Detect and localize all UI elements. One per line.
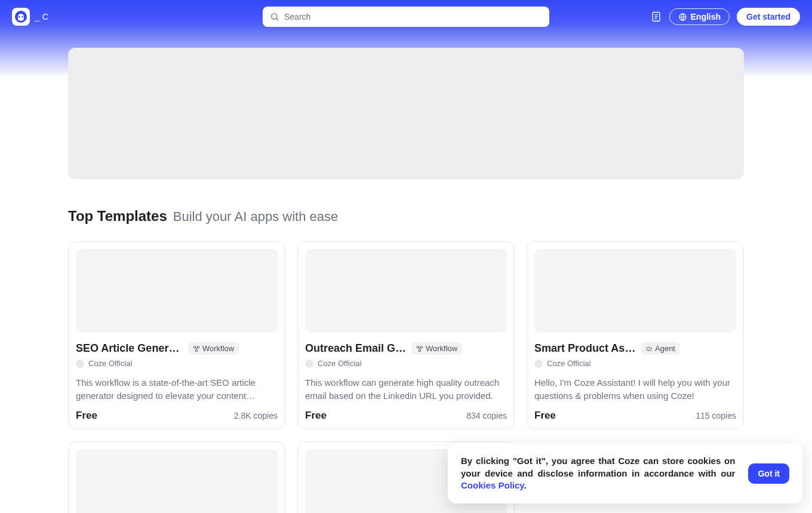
- card-tag-workflow: Workflow: [411, 342, 462, 355]
- search-icon: [270, 12, 279, 21]
- card-author-row: Coze Official: [305, 359, 507, 368]
- svg-rect-21: [647, 347, 651, 351]
- svg-rect-12: [198, 346, 199, 348]
- copies-word: copies: [483, 411, 507, 420]
- author-name: Coze Official: [88, 359, 132, 368]
- cookies-policy-link[interactable]: Cookies Policy: [461, 480, 524, 490]
- author-avatar: [534, 360, 543, 368]
- tag-label: Agent: [655, 344, 675, 353]
- tag-label: Workflow: [202, 344, 234, 353]
- template-card[interactable]: Smart Product Assist… Agent Coze Officia…: [527, 241, 744, 429]
- card-price: Free: [76, 410, 97, 422]
- card-price: Free: [534, 410, 556, 422]
- language-label: English: [691, 12, 721, 21]
- search-wrapper: [263, 7, 549, 27]
- cookie-accept-button[interactable]: Got it: [748, 463, 789, 484]
- language-selector[interactable]: English: [669, 8, 730, 25]
- template-card[interactable]: SEO Article Generator Workflow Coze Offi…: [68, 241, 285, 429]
- card-copies: 115 copies: [696, 411, 736, 420]
- copies-word: copies: [254, 411, 278, 420]
- main-content: Top Templates Build your AI apps with ea…: [68, 33, 744, 513]
- card-tag-workflow: Workflow: [188, 342, 239, 355]
- svg-point-23: [650, 348, 650, 349]
- card-author-row: Coze Official: [76, 359, 278, 368]
- copies-count: 834: [466, 411, 480, 420]
- section-heading: Top Templates Build your AI apps with ea…: [68, 208, 744, 225]
- author-avatar: [76, 360, 84, 368]
- card-title: Smart Product Assist…: [534, 342, 636, 355]
- card-title-row: Outreach Email Gene… Workflow: [305, 342, 507, 355]
- card-tag-agent: Agent: [641, 342, 680, 355]
- author-name: Coze Official: [318, 359, 361, 368]
- template-card[interactable]: Outreach Email Gene… Workflow Coze Offic…: [297, 241, 515, 429]
- card-title: SEO Article Generator: [76, 342, 183, 355]
- hero-banner: [68, 48, 744, 179]
- svg-point-22: [648, 348, 648, 349]
- svg-point-3: [272, 14, 277, 19]
- svg-rect-13: [196, 349, 198, 351]
- card-title-row: SEO Article Generator Workflow: [76, 342, 278, 355]
- copies-word: copies: [712, 411, 736, 420]
- card-thumbnail: [534, 249, 736, 333]
- globe-icon: [678, 13, 687, 21]
- card-footer: Free 115 copies: [534, 410, 736, 422]
- cookie-banner: By clicking "Got it", you agree that Coz…: [448, 443, 802, 503]
- section-subtitle: Build your AI apps with ease: [173, 209, 338, 225]
- copies-count: 115: [696, 411, 709, 420]
- workflow-icon: [416, 345, 423, 352]
- get-started-button[interactable]: Get started: [737, 8, 800, 26]
- header-right: English Get started: [650, 8, 800, 26]
- svg-rect-11: [194, 346, 196, 348]
- cookie-text: By clicking "Got it", you agree that Coz…: [461, 455, 735, 492]
- cookie-text-suffix: .: [524, 480, 527, 490]
- card-description: This workflow is a state-of-the-art SEO …: [76, 376, 278, 403]
- card-price: Free: [305, 410, 327, 422]
- search-input[interactable]: [284, 12, 542, 21]
- svg-rect-17: [421, 346, 423, 348]
- svg-point-1: [19, 16, 20, 17]
- author-name: Coze Official: [547, 359, 590, 368]
- card-footer: Free 2.8K copies: [76, 410, 278, 422]
- card-title-row: Smart Product Assist… Agent: [534, 342, 736, 355]
- tag-label: Workflow: [426, 344, 457, 353]
- template-card[interactable]: [68, 441, 285, 513]
- svg-line-4: [276, 19, 278, 20]
- svg-rect-16: [417, 346, 419, 348]
- card-description: This workflow can generate high quality …: [305, 376, 507, 403]
- search-box[interactable]: [263, 7, 549, 27]
- card-thumbnail: [305, 249, 507, 333]
- card-footer: Free 834 copies: [305, 410, 507, 422]
- logo-icon: [12, 8, 30, 26]
- app-header: _ C English Get started: [0, 0, 812, 33]
- agent-icon: [645, 345, 653, 352]
- workflow-icon: [193, 345, 200, 352]
- author-avatar: [305, 360, 313, 368]
- brand-text: _ C: [35, 12, 48, 21]
- card-thumbnail: [76, 449, 278, 513]
- card-copies: 2.8K copies: [234, 411, 278, 420]
- card-thumbnail: [76, 249, 278, 333]
- svg-point-2: [21, 16, 23, 17]
- card-author-row: Coze Official: [534, 359, 736, 368]
- card-copies: 834 copies: [466, 411, 507, 420]
- section-title: Top Templates: [68, 208, 167, 225]
- copies-count: 2.8K: [234, 411, 251, 420]
- card-title: Outreach Email Gene…: [305, 342, 407, 355]
- docs-icon[interactable]: [650, 11, 662, 23]
- brand-logo[interactable]: _ C: [12, 8, 48, 26]
- card-description: Hello, I'm Coze Assistant! I will help y…: [534, 376, 736, 403]
- cookie-text-prefix: By clicking "Got it", you agree that Coz…: [461, 456, 735, 478]
- svg-rect-18: [419, 349, 421, 351]
